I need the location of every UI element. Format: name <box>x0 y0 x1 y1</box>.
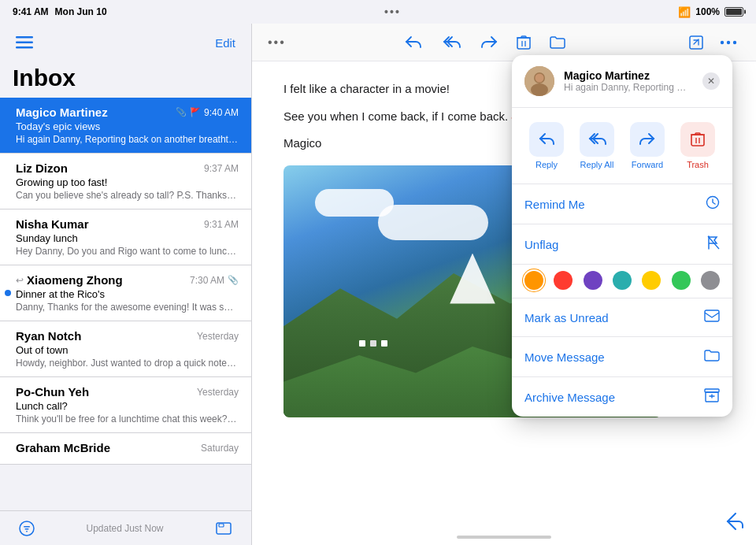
reply-all-icon <box>580 122 614 157</box>
reply-back-button[interactable] <box>402 32 425 53</box>
svg-point-16 <box>733 40 736 43</box>
battery-label: 100% <box>695 6 720 17</box>
svg-rect-1 <box>16 42 33 44</box>
color-red[interactable] <box>554 271 573 290</box>
svg-rect-21 <box>691 135 704 146</box>
email-subject: Lunch call? <box>16 400 239 412</box>
mail-item[interactable]: Po-Chun Yeh Yesterday Lunch call? Think … <box>0 377 251 433</box>
color-yellow[interactable] <box>642 271 661 290</box>
compose-button[interactable] <box>212 517 235 540</box>
unflag-label: Unflag <box>524 238 558 251</box>
reply-icon <box>529 122 564 157</box>
floating-reply-button[interactable] <box>720 510 743 536</box>
popup-header: Magico Martinez Hi again Danny, Reportin… <box>512 55 732 108</box>
forward-action-button[interactable]: Forward <box>624 119 671 172</box>
mark-unread-item[interactable]: Mark as Unread <box>512 298 732 337</box>
forward-label: Forward <box>632 160 663 169</box>
inbox-footer: Updated Just Now <box>0 510 251 545</box>
color-teal[interactable] <box>613 271 632 290</box>
mail-item[interactable]: Graham McBride Saturday <box>0 433 251 465</box>
sender-name: Xiaomeng Zhong <box>27 273 123 287</box>
reply-all-label: Reply All <box>580 160 614 169</box>
attachment-icon: 📎 <box>176 107 187 117</box>
battery-indicator <box>724 7 743 17</box>
email-panel: ••• <box>252 24 756 545</box>
mark-unread-label: Mark as Unread <box>524 311 609 324</box>
popup-header-text: Magico Martinez Hi again Danny, Reportin… <box>564 69 693 93</box>
email-preview: Hey Danny, Do you and Rigo want to come … <box>16 246 239 257</box>
mail-list: Magico Martinez 📎 🚩 9:40 AM Today's epic… <box>0 98 251 510</box>
color-orange[interactable] <box>524 271 543 290</box>
reply-all-button[interactable] <box>438 32 465 53</box>
color-purple[interactable] <box>584 271 602 290</box>
svg-rect-8 <box>219 524 224 527</box>
svg-rect-13 <box>690 36 702 49</box>
popup-sender-name: Magico Martinez <box>564 69 693 82</box>
color-green[interactable] <box>672 271 691 290</box>
email-preview: Howdy, neighbor. Just wanted to drop a q… <box>16 358 239 369</box>
archive-message-label: Archive Message <box>524 391 615 404</box>
sender-name: Ryan Notch <box>16 329 81 343</box>
email-time: 7:30 AM <box>190 275 224 286</box>
mail-item[interactable]: Ryan Notch Yesterday Out of town Howdy, … <box>0 321 251 377</box>
email-subject: Today's epic views <box>16 120 239 132</box>
updated-label: Updated Just Now <box>86 523 163 534</box>
svg-point-14 <box>721 40 724 43</box>
mail-item[interactable]: ↩ Xiaomeng Zhong 7:30 AM 📎 Dinner at the… <box>0 265 251 321</box>
email-time: 9:31 AM <box>204 219 239 230</box>
svg-point-20 <box>536 74 544 83</box>
popup-avatar <box>524 66 554 96</box>
popup-preview-text: Hi again Danny, Reporting back o... <box>564 82 690 93</box>
email-preview: Hi again Danny, Reporting back on anothe… <box>16 134 239 145</box>
color-gray[interactable] <box>701 271 720 290</box>
trash-action-button[interactable]: Trash <box>674 119 721 172</box>
unflag-item[interactable]: Unflag <box>512 224 732 265</box>
app-container: Edit Inbox Magico Martinez 📎 🚩 9:40 AM T… <box>0 24 756 545</box>
forward-button[interactable] <box>477 32 501 53</box>
three-dots-center: ••• <box>268 35 286 50</box>
email-subject: Dinner at the Rico's <box>16 288 239 300</box>
svg-rect-27 <box>705 310 719 321</box>
popup-actions-row: Reply Reply All <box>512 108 732 184</box>
sender-name: Magico Martinez <box>16 106 108 119</box>
sender-name: Po-Chun Yeh <box>16 385 89 399</box>
attachment-icon: 📎 <box>228 275 239 285</box>
status-bar: 9:41 AM Mon Jun 10 ••• 📶 100% <box>0 0 756 24</box>
color-dots-row <box>512 265 732 298</box>
email-time: 9:37 AM <box>204 163 239 174</box>
status-time: 9:41 AM <box>13 6 49 17</box>
svg-rect-4 <box>24 526 30 528</box>
move-message-item[interactable]: Move Message <box>512 337 732 377</box>
mail-item[interactable]: Magico Martinez 📎 🚩 9:40 AM Today's epic… <box>0 98 251 154</box>
mail-item[interactable]: Nisha Kumar 9:31 AM Sunday lunch Hey Dan… <box>0 209 251 265</box>
svg-rect-9 <box>517 38 530 49</box>
archive-message-icon <box>704 388 720 406</box>
archive-message-item[interactable]: Archive Message <box>512 377 732 417</box>
edit-button[interactable]: Edit <box>212 33 239 53</box>
sidebar-toggle-button[interactable] <box>13 33 36 52</box>
mail-item[interactable]: Liz Dizon 9:37 AM Growing up too fast! C… <box>0 154 251 209</box>
reply-action-button[interactable]: Reply <box>523 119 570 172</box>
more-options-button[interactable] <box>717 37 740 48</box>
sender-name: Nisha Kumar <box>16 217 89 231</box>
email-subject: Sunday lunch <box>16 232 239 244</box>
three-dots-top: ••• <box>384 6 401 18</box>
trash-button[interactable] <box>513 32 534 54</box>
popup-close-button[interactable]: ✕ <box>702 72 720 90</box>
email-subject: Growing up too fast! <box>16 176 239 188</box>
folder-button[interactable] <box>547 32 569 53</box>
trash-icon <box>680 122 715 157</box>
email-preview: Think you'll be free for a lunchtime cha… <box>16 413 239 425</box>
filter-button[interactable] <box>16 517 38 539</box>
email-subject: Out of town <box>16 344 239 356</box>
cloud-decoration <box>378 205 488 240</box>
svg-rect-5 <box>25 528 29 530</box>
wifi-icon: 📶 <box>678 6 691 18</box>
compose-new-button[interactable] <box>685 32 707 54</box>
remind-me-icon <box>706 195 720 213</box>
reply-all-action-button[interactable]: Reply All <box>573 119 621 172</box>
email-time: 9:40 AM <box>204 107 239 118</box>
remind-me-item[interactable]: Remind Me <box>512 184 732 224</box>
sender-name: Liz Dizon <box>16 161 68 175</box>
email-preview: Can you believe she's already so tall? P… <box>16 190 239 201</box>
